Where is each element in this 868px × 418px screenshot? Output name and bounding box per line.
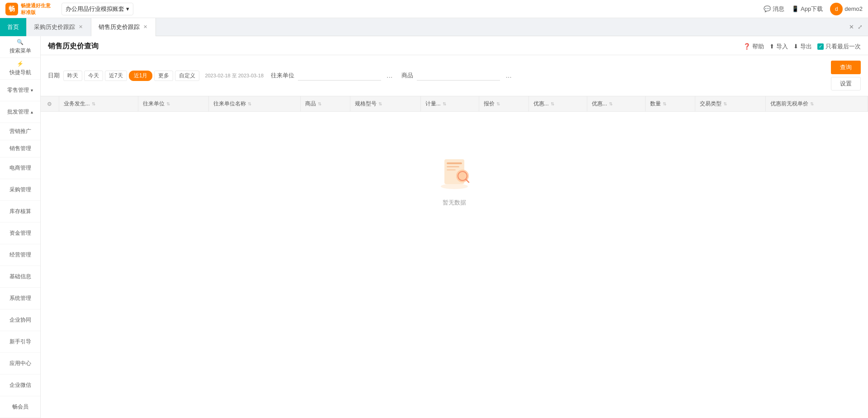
sort-icon: ⇅ <box>92 101 95 106</box>
date-range-display: 2023-02-18 至 2023-03-18 <box>205 72 264 79</box>
checkbox-teal: ✓ <box>817 43 824 50</box>
settings-icon[interactable]: ⚙ <box>47 101 52 107</box>
sidebar-item-operations[interactable]: 经营管理 <box>0 244 40 266</box>
page-header: 销售历史价查询 ❓ 帮助 ⬆ 导入 ⬇ 导出 ✓ 只看最后一次 <box>41 36 868 55</box>
sort-icon: ⇅ <box>663 101 666 106</box>
col-unit[interactable]: 计量... ⇅ <box>420 96 479 112</box>
quick-nav-icon: ⚡ <box>17 61 24 67</box>
sidebar-sub-marketing[interactable]: 营销推广 <box>0 123 40 140</box>
col-pretax-price[interactable]: 优惠前无税单价 ⇅ <box>766 96 868 112</box>
col-quantity[interactable]: 数量 ⇅ <box>646 96 695 112</box>
sidebar-item-quick-nav[interactable]: ⚡ 快捷导航 <box>0 58 40 80</box>
sidebar-item-inventory[interactable]: 库存核算 <box>0 201 40 223</box>
partner-filter-group: 往来单位 ... <box>271 71 394 81</box>
empty-illustration <box>432 148 477 193</box>
col-discount2[interactable]: 优惠... ⇅ <box>587 96 646 112</box>
close-all-icon[interactable]: ✕ <box>849 24 854 30</box>
filter-bar: 日期 昨天 今天 近7天 近1月 更多 自定义 2023-02-18 至 202… <box>41 55 868 96</box>
tab-sales-history[interactable]: 销售历史价跟踪 ✕ <box>91 18 156 36</box>
sidebar-item-purchase-mgmt[interactable]: 采购管理 <box>0 179 40 201</box>
chat-button[interactable]: 💬 消息 <box>764 5 784 13</box>
tab-purchase-history[interactable]: 采购历史价跟踪 ✕ <box>27 18 91 36</box>
search-icon: 🔍 <box>17 39 24 45</box>
date-btn-yesterday[interactable]: 昨天 <box>63 71 82 81</box>
empty-state: 暂无数据 <box>41 112 868 243</box>
product-dots[interactable]: ... <box>504 71 513 80</box>
partner-dots[interactable]: ... <box>385 71 394 80</box>
col-product[interactable]: 商品 ⇅ <box>300 96 350 112</box>
sidebar-item-enterprise[interactable]: 企业协同 <box>0 309 40 331</box>
sort-icon: ⇅ <box>248 101 251 106</box>
expand-icon[interactable]: ⤢ <box>858 24 863 30</box>
help-button[interactable]: ❓ 帮助 <box>743 43 764 51</box>
col-spec[interactable]: 规格型号 ⇅ <box>350 96 420 112</box>
empty-text: 暂无数据 <box>443 199 466 207</box>
chevron-down-icon: ▾ <box>126 5 129 12</box>
col-partner-name[interactable]: 往来单位名称 ⇅ <box>209 96 300 112</box>
date-btn-today[interactable]: 今天 <box>84 71 103 81</box>
sidebar-item-guide[interactable]: 新手引导 <box>0 331 40 353</box>
date-filter-label: 日期 <box>48 71 60 80</box>
avatar: d <box>830 3 843 15</box>
import-icon: ⬆ <box>769 43 774 50</box>
import-button[interactable]: ⬆ 导入 <box>769 43 788 51</box>
partner-input[interactable] <box>298 71 381 81</box>
export-button[interactable]: ⬇ 导出 <box>793 43 812 51</box>
sort-icon: ⇅ <box>443 101 446 106</box>
tab-purchase-history-label: 采购历史价跟踪 <box>34 23 75 31</box>
sort-icon: ⇅ <box>166 101 170 106</box>
data-table: ⚙ 业务发生... ⇅ 往来单位 ⇅ <box>41 96 868 243</box>
svg-rect-4 <box>447 169 456 171</box>
only-last-checkbox[interactable]: ✓ 只看最后一次 <box>817 43 861 51</box>
sort-icon: ⇅ <box>496 101 500 106</box>
svg-rect-2 <box>447 162 462 164</box>
product-filter-group: 商品 ... <box>401 71 513 81</box>
partner-filter-label: 往来单位 <box>271 71 294 80</box>
col-trade-type[interactable]: 交易类型 ⇅ <box>695 96 766 112</box>
sort-icon: ⇅ <box>318 101 321 106</box>
settings-button[interactable]: 设置 <box>831 77 861 90</box>
page-actions: ❓ 帮助 ⬆ 导入 ⬇ 导出 ✓ 只看最后一次 <box>743 43 861 51</box>
sort-icon: ⇅ <box>551 101 554 106</box>
sort-icon: ⇅ <box>723 101 727 106</box>
date-btn-last7[interactable]: 近7天 <box>105 71 127 81</box>
sidebar-item-search[interactable]: 🔍 搜索菜单 <box>0 36 40 58</box>
date-btn-more[interactable]: 更多 <box>154 71 173 81</box>
svg-rect-3 <box>447 166 459 167</box>
col-quote[interactable]: 报价 ⇅ <box>479 96 528 112</box>
app-download-button[interactable]: 📱 App下载 <box>792 5 823 13</box>
sidebar-item-ecommerce[interactable]: 电商管理 <box>0 157 40 179</box>
date-btn-custom[interactable]: 自定义 <box>175 71 199 81</box>
export-icon: ⬇ <box>793 43 798 50</box>
col-settings[interactable]: ⚙ <box>41 96 59 112</box>
sidebar-item-system-mgmt[interactable]: 系统管理 <box>0 288 40 309</box>
tabbar: 首页 采购历史价跟踪 ✕ 销售历史价跟踪 ✕ ✕ ⤢ <box>0 18 868 36</box>
product-input[interactable] <box>417 71 500 81</box>
workspace-selector[interactable]: 办公用品行业模拟账套 ▾ <box>61 3 133 15</box>
sidebar-item-vip[interactable]: 畅会员 <box>0 396 40 418</box>
query-button[interactable]: 查询 <box>831 61 861 74</box>
sidebar-item-app-center[interactable]: 应用中心 <box>0 353 40 375</box>
date-filter-group: 日期 昨天 今天 近7天 近1月 更多 自定义 2023-02-18 至 202… <box>48 71 264 81</box>
sidebar-item-finance[interactable]: 资金管理 <box>0 223 40 244</box>
tab-purchase-history-close[interactable]: ✕ <box>78 23 84 31</box>
tab-sales-history-close[interactable]: ✕ <box>142 23 148 31</box>
sidebar-item-basic-info[interactable]: 基础信息 <box>0 266 40 288</box>
col-biz-date[interactable]: 业务发生... ⇅ <box>59 96 138 112</box>
tab-home[interactable]: 首页 <box>0 18 27 36</box>
user-menu[interactable]: d demo2 <box>830 3 863 15</box>
main-layout: 🔍 搜索菜单 ⚡ 快捷导航 零售管理 ▾ 批发管理 ▴ 营销推广 销售管理 电商… <box>0 36 868 418</box>
date-buttons: 昨天 今天 近7天 近1月 更多 自定义 <box>63 71 199 81</box>
sidebar-item-enterprise-wx[interactable]: 企业微信 <box>0 375 40 396</box>
col-partner-code[interactable]: 往来单位 ⇅ <box>138 96 208 112</box>
sidebar-sub-sales-mgmt[interactable]: 销售管理 <box>0 140 40 157</box>
logo-icon: 畅 <box>5 3 18 15</box>
tab-home-label: 首页 <box>7 23 19 31</box>
topbar-left: 畅 畅捷通好生意 标准版 办公用品行业模拟账套 ▾ <box>5 2 133 15</box>
date-btn-last1m[interactable]: 近1月 <box>129 71 153 81</box>
sidebar-item-retail-mgmt[interactable]: 零售管理 ▾ <box>0 80 40 101</box>
topbar-right: 💬 消息 📱 App下载 d demo2 <box>764 3 863 15</box>
col-discount1[interactable]: 优惠... ⇅ <box>528 96 587 112</box>
sidebar-item-wholesale-mgmt[interactable]: 批发管理 ▴ <box>0 101 40 123</box>
sidebar: 🔍 搜索菜单 ⚡ 快捷导航 零售管理 ▾ 批发管理 ▴ 营销推广 销售管理 电商… <box>0 36 41 418</box>
